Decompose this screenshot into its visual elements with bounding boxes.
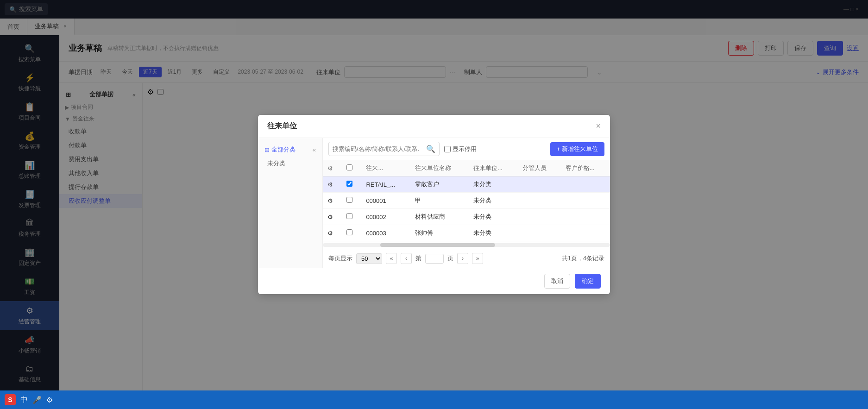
row-price-3 — [561, 209, 610, 225]
row-cat-3: 未分类 — [469, 209, 518, 225]
dialog-search-box: 🔍 — [328, 142, 440, 156]
row-code-1: RETAIL_... — [361, 176, 410, 193]
dialog-table-head: ⚙ 往来... 往来单位名称 往来单位... 分管人员 客户价格... — [323, 160, 610, 176]
table-row[interactable]: ⚙ 000003 张帅傅 未分类 — [323, 225, 610, 241]
table-select-all[interactable] — [346, 164, 352, 170]
per-page-select[interactable]: 50 20 100 — [356, 253, 382, 264]
dialog-table-body: ⚙ RETAIL_... 零散客户 未分类 ⚙ — [323, 176, 610, 241]
row-mgr-2 — [518, 193, 560, 209]
row-code-2: 000001 — [361, 193, 410, 209]
row-name-1: 零散客户 — [410, 176, 469, 193]
grid-icon: ⊞ — [264, 146, 270, 153]
th-checkbox — [342, 160, 361, 176]
dialog-body: ⊞ 全部分类 « 未分类 🔍 显示停 — [258, 138, 610, 268]
prev-page-btn[interactable]: ‹ — [401, 253, 412, 264]
th-category: 往来单位... — [469, 160, 518, 176]
per-page-label: 每页显示 — [328, 254, 352, 263]
current-page-input[interactable]: 1 — [425, 254, 444, 264]
dialog-main: 🔍 显示停用 + 新增往来单位 ⚙ — [323, 138, 610, 268]
th-settings: ⚙ — [323, 160, 342, 176]
scrollbar-thumb — [380, 243, 495, 247]
dialog-toolbar: 🔍 显示停用 + 新增往来单位 — [323, 138, 610, 160]
table-row[interactable]: ⚙ RETAIL_... 零散客户 未分类 — [323, 176, 610, 193]
dialog-footer: 取消 确定 — [258, 268, 610, 294]
dialog-sidebar-collapse[interactable]: « — [313, 146, 316, 153]
confirm-button[interactable]: 确定 — [575, 274, 601, 289]
dialog-pagination: 每页显示 50 20 100 « ‹ 第 1 页 › » 共1页，4条记录 — [323, 249, 610, 268]
th-manager: 分管人员 — [518, 160, 560, 176]
row-price-1 — [561, 176, 610, 193]
first-page-btn[interactable]: « — [386, 253, 397, 264]
taskbar: S 中 🎤 ⚙ — [0, 390, 868, 409]
row-checkbox — [342, 225, 361, 241]
row-select-4[interactable] — [346, 229, 352, 235]
next-page-btn[interactable]: › — [457, 253, 468, 264]
page-suffix: 页 — [447, 254, 453, 263]
row-price-2 — [561, 193, 610, 209]
page-label: 第 — [415, 254, 421, 263]
show-disabled-checkbox[interactable] — [444, 146, 451, 152]
dialog-title: 往来单位 — [267, 121, 297, 131]
row-cat-2: 未分类 — [469, 193, 518, 209]
dialog-sidebar-title: 全部分类 — [271, 145, 296, 154]
row-select-2[interactable] — [346, 197, 352, 203]
table-row[interactable]: ⚙ 000002 材料供应商 未分类 — [323, 209, 610, 225]
row-name-2: 甲 — [410, 193, 469, 209]
row-checkbox — [342, 209, 361, 225]
horizontal-scrollbar[interactable] — [323, 243, 610, 247]
dialog-partner: 往来单位 × ⊞ 全部分类 « 未分类 — [258, 115, 610, 294]
row-settings: ⚙ — [323, 225, 342, 241]
row-checkbox — [342, 176, 361, 193]
last-page-btn[interactable]: » — [472, 253, 483, 264]
row-mgr-4 — [518, 225, 560, 241]
show-disabled-label[interactable]: 显示停用 — [444, 145, 477, 153]
row-settings: ⚙ — [323, 209, 342, 225]
taskbar-settings-icon[interactable]: ⚙ — [46, 396, 53, 404]
dialog-header: 往来单位 × — [258, 115, 610, 138]
th-price: 客户价格... — [561, 160, 610, 176]
row-mgr-1 — [518, 176, 560, 193]
row-code-3: 000002 — [361, 209, 410, 225]
brand-icon: S — [5, 394, 16, 405]
dialog-search-icon[interactable]: 🔍 — [422, 142, 439, 156]
row-code-4: 000003 — [361, 225, 410, 241]
dialog-sidebar: ⊞ 全部分类 « 未分类 — [258, 138, 323, 268]
chinese-input-icon[interactable]: 中 — [20, 395, 28, 405]
cancel-button[interactable]: 取消 — [544, 274, 570, 289]
row-select-1[interactable] — [346, 181, 352, 187]
dialog-table: ⚙ 往来... 往来单位名称 往来单位... 分管人员 客户价格... — [323, 160, 610, 241]
th-name: 往来单位名称 — [410, 160, 469, 176]
mic-icon[interactable]: 🎤 — [32, 396, 42, 404]
th-code: 往来... — [361, 160, 410, 176]
dialog-sidebar-unclassified[interactable]: 未分类 — [258, 157, 322, 170]
row-cat-4: 未分类 — [469, 225, 518, 241]
dialog-sidebar-header: ⊞ 全部分类 « — [258, 143, 322, 157]
row-price-4 — [561, 225, 610, 241]
total-records: 共1页，4条记录 — [562, 254, 604, 263]
dialog-search-input[interactable] — [329, 143, 422, 155]
row-name-3: 材料供应商 — [410, 209, 469, 225]
row-name-4: 张帅傅 — [410, 225, 469, 241]
row-select-3[interactable] — [346, 213, 352, 219]
row-cat-1: 未分类 — [469, 176, 518, 193]
row-settings: ⚙ — [323, 193, 342, 209]
table-row[interactable]: ⚙ 000001 甲 未分类 — [323, 193, 610, 209]
modal-overlay: 往来单位 × ⊞ 全部分类 « 未分类 — [0, 0, 868, 409]
dialog-table-wrap: ⚙ 往来... 往来单位名称 往来单位... 分管人员 客户价格... — [323, 160, 610, 241]
row-checkbox — [342, 193, 361, 209]
gear-icon[interactable]: ⚙ — [327, 165, 333, 172]
row-settings: ⚙ — [323, 176, 342, 193]
add-partner-button[interactable]: + 新增往来单位 — [550, 142, 604, 156]
dialog-close-button[interactable]: × — [596, 121, 601, 131]
row-mgr-3 — [518, 209, 560, 225]
